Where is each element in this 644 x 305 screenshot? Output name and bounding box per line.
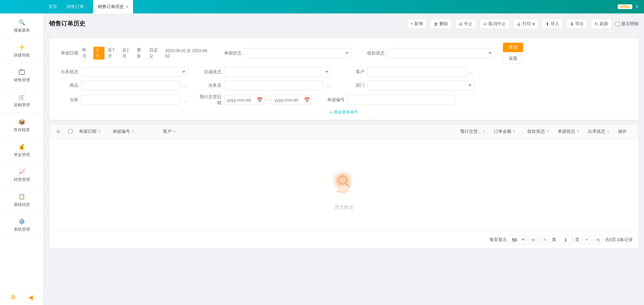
- collapse-icon: ∧: [330, 110, 333, 115]
- import-icon: ⬆: [546, 22, 549, 27]
- page-last-button[interactable]: >|: [594, 235, 602, 244]
- sidebar-label-search-menu: 搜索菜单: [14, 28, 30, 33]
- top-right-area: OfTEn ×: [618, 4, 644, 10]
- empty-state: 暂无数据: [49, 139, 638, 231]
- delivery-date-start-icon: 📅: [257, 97, 262, 103]
- th-doc-number[interactable]: 单据编号 ⇅: [110, 128, 160, 135]
- refresh-button[interactable]: ↻ 刷新: [591, 19, 612, 29]
- table-settings-icon[interactable]: ⚙: [52, 129, 64, 134]
- warehouse-input[interactable]: [81, 95, 180, 105]
- shortcut-more[interactable]: 更多: [135, 46, 146, 60]
- shortcut-today[interactable]: 今天: [93, 47, 104, 60]
- receipt-status-select[interactable]: [387, 48, 495, 58]
- shortcut-last1month[interactable]: 近1月: [121, 46, 133, 60]
- delivery-date-label: 预计交货日期: [198, 94, 221, 106]
- product-label: 商品: [55, 82, 78, 88]
- stop-button[interactable]: ⊘ 中止: [455, 19, 476, 29]
- tab-sales-order-history[interactable]: 销售订单历史 ×: [93, 0, 133, 13]
- th-receipt-status-sort: ⇅: [546, 129, 549, 133]
- page-prev-button[interactable]: <: [541, 235, 549, 244]
- sidebar-collapse-icon[interactable]: ◀: [28, 294, 33, 301]
- delete-button[interactable]: 🗑 删除: [430, 19, 452, 29]
- sidebar-item-operations[interactable]: 📈 经营管理: [0, 163, 43, 188]
- sidebar-label-purchase-mgmt: 采购管理: [14, 102, 30, 108]
- product-control: ...: [81, 80, 188, 90]
- sidebar-item-quick-nav[interactable]: ⚡ 快捷导航: [0, 38, 43, 63]
- toolbar: + 新增 🗑 删除 ⊘ 中止 ↩ 取消中止 🖨 打印 ▾: [407, 19, 639, 29]
- salesperson-input[interactable]: [224, 80, 323, 90]
- tab-sales-order[interactable]: 销售订单 ×: [62, 0, 93, 13]
- sidebar-item-inventory[interactable]: 📦 库存核算: [0, 113, 43, 138]
- sidebar-item-sales-mgmt[interactable]: 销售管理: [0, 63, 43, 88]
- sidebar-label-operations: 经营管理: [14, 177, 30, 183]
- sidebar-item-finance[interactable]: 💰 资金管理: [0, 138, 43, 163]
- collapse-button[interactable]: ∧ 收起更多条件: [330, 109, 358, 115]
- page-first-button[interactable]: |<: [529, 235, 538, 244]
- date-range-separator: —: [266, 98, 270, 103]
- completion-status-label: 完成状态: [198, 69, 221, 75]
- tab-sales-order-close[interactable]: ×: [86, 4, 88, 9]
- th-delivery[interactable]: 预计交货... ⇅: [458, 128, 491, 135]
- th-outbound-status[interactable]: 出库状态 ⇅: [585, 128, 615, 135]
- select-all-checkbox[interactable]: [68, 129, 73, 134]
- th-doc-number-label: 单据编号: [113, 128, 130, 135]
- operations-icon: 📈: [18, 167, 26, 176]
- shortcut-yesterday[interactable]: 昨天: [81, 46, 91, 60]
- top-bar: 首页 销售订单 × 销售订单历史 × OfTEn ×: [0, 0, 644, 13]
- salesperson-ellipsis[interactable]: ...: [325, 82, 332, 88]
- th-receipt-status[interactable]: 收款状态 ⇅: [525, 128, 555, 135]
- doc-status-select[interactable]: [244, 48, 352, 58]
- th-doc-date[interactable]: 单据日期 ⇅: [76, 128, 110, 135]
- dept-control: [367, 80, 475, 90]
- window-close-icon[interactable]: ×: [636, 4, 639, 10]
- product-input[interactable]: [81, 80, 180, 90]
- svg-point-6: [349, 173, 351, 175]
- settings-button[interactable]: 设置: [503, 53, 523, 64]
- quick-nav-icon: ⚡: [18, 43, 26, 51]
- svg-point-7: [351, 177, 352, 179]
- display-toggle[interactable]: 显示明细: [615, 21, 639, 27]
- product-ellipsis[interactable]: ...: [181, 82, 188, 88]
- print-button[interactable]: 🖨 打印 ▾: [513, 19, 539, 29]
- finance-icon: 💰: [18, 143, 26, 151]
- doc-number-input[interactable]: [347, 95, 455, 105]
- sidebar-item-purchase-mgmt[interactable]: 🛒 采购管理: [0, 88, 43, 113]
- page-number-input[interactable]: [559, 235, 572, 244]
- sidebar-label-quick-nav: 快捷导航: [14, 52, 30, 58]
- outbound-status-control: [81, 67, 188, 77]
- warehouse-ellipsis[interactable]: ...: [181, 97, 188, 103]
- import-button[interactable]: ⬆ 导入: [542, 19, 563, 29]
- customer-ellipsis[interactable]: ...: [468, 69, 475, 75]
- th-amount[interactable]: 订单金额 ⇅: [491, 128, 525, 135]
- th-doc-status[interactable]: 单据状态 ⇅: [555, 128, 585, 135]
- new-button[interactable]: + 新增: [407, 19, 427, 29]
- shortcut-last7days[interactable]: 近7天: [106, 46, 119, 60]
- cancel-stop-button[interactable]: ↩ 取消中止: [480, 19, 510, 29]
- outbound-status-label: 出库状态: [55, 69, 78, 75]
- sidebar-item-system-mgmt[interactable]: ⚙️ 系统管理: [0, 213, 43, 237]
- th-customer[interactable]: 客户 ⇅: [160, 128, 458, 135]
- shortcut-custom[interactable]: 自定义: [148, 46, 162, 60]
- warehouse-control: ...: [81, 95, 188, 105]
- filter-row-1: 单据日期 昨天 今天 近7天 近1月 更多 自定义 2023-06-02 至 2…: [55, 43, 633, 64]
- customer-input[interactable]: [367, 67, 466, 77]
- table-select-all[interactable]: [64, 129, 76, 134]
- page-next-button[interactable]: >: [582, 235, 591, 244]
- tab-home[interactable]: 首页: [44, 0, 62, 13]
- per-page-select[interactable]: 10 20 50 100: [510, 235, 526, 244]
- sidebar-bottom: ⚙ ◀: [0, 289, 43, 305]
- dept-select[interactable]: [367, 80, 475, 90]
- completion-status-select[interactable]: [224, 67, 332, 77]
- svg-point-12: [338, 185, 348, 192]
- query-button[interactable]: 查询: [503, 43, 523, 52]
- display-toggle-checkbox[interactable]: [615, 22, 620, 26]
- sidebar-item-basic-info[interactable]: 📋 基础信息: [0, 188, 43, 213]
- sidebar-settings-icon[interactable]: ⚙: [10, 294, 16, 301]
- tab-sales-order-history-close[interactable]: ×: [126, 4, 128, 9]
- export-button[interactable]: ⬇ 导出: [566, 19, 588, 29]
- often-badge: OfTEn: [618, 4, 632, 9]
- date-range-display: 2023-06-02 至 2023-06-02: [165, 48, 209, 59]
- outbound-status-select[interactable]: [81, 67, 188, 77]
- import-label: 导入: [551, 21, 559, 27]
- sidebar-item-search-menu[interactable]: 🔍 搜索菜单: [0, 13, 43, 38]
